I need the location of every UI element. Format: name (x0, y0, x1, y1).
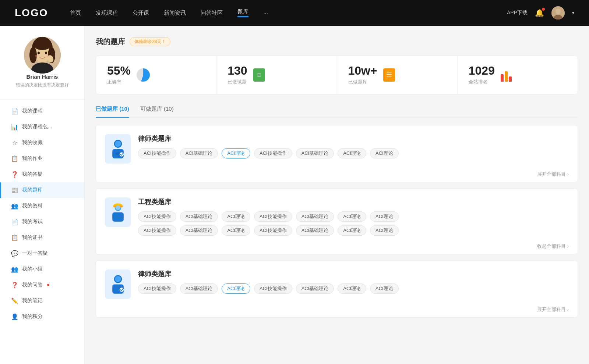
bank-tags-1-row2: ACI技能操作 ACI基础理论 ACI理论 ACI技能操作 ACI基础理论 AC… (138, 225, 569, 236)
navbar: LOGO 首页 发现课程 公开课 新闻资讯 问答社区 题库 ··· APP下载 … (0, 0, 589, 26)
svg-point-1 (556, 8, 561, 14)
tag-1r2-2[interactable]: ACI理论 (222, 225, 250, 236)
sidebar-item-favorites[interactable]: ☆ 我的收藏 (0, 135, 84, 151)
nav-more[interactable]: ··· (263, 10, 268, 16)
tag-1r2-3[interactable]: ACI技能操作 (254, 225, 292, 236)
notification-dot (542, 8, 545, 11)
bank-card-info-1: 工程类题库 ACI技能操作 ACI基础理论 ACI理论 ACI技能操作 ACI基… (138, 197, 569, 236)
tag-0-5[interactable]: ACI理论 (338, 148, 366, 158)
stat-done-questions: 130 已做试题 ≡ (216, 56, 337, 94)
sidebar-item-one-on-one[interactable]: 💬 一对一答疑 (0, 246, 84, 261)
nav-qa[interactable]: 问答社区 (201, 10, 223, 17)
svg-point-13 (35, 55, 39, 57)
tag-1r2-0[interactable]: ACI技能操作 (138, 225, 176, 236)
nav-news[interactable]: 新闻资讯 (164, 10, 186, 17)
tag-0-1[interactable]: ACI基础理论 (180, 148, 218, 158)
user-dropdown-arrow[interactable]: ▾ (572, 10, 574, 15)
tag-0-6[interactable]: ACI理论 (370, 148, 399, 158)
bar2 (505, 71, 508, 82)
my-course-icon: 📄 (11, 108, 18, 115)
tag-1r2-4[interactable]: ACI基础理论 (296, 225, 334, 236)
nav-home[interactable]: 首页 (70, 10, 81, 17)
sidebar-item-my-course[interactable]: 📄 我的课程 (0, 103, 84, 119)
bank-card-icon-1 (105, 197, 131, 227)
page-title: 我的题库 (96, 37, 125, 47)
expand-link-1[interactable]: 收起全部科目 › (537, 243, 569, 250)
navbar-right: APP下载 🔔 ▾ (507, 6, 574, 19)
tag-1-4[interactable]: ACI基础理论 (296, 211, 334, 222)
tag-0-0[interactable]: ACI技能操作 (138, 148, 176, 158)
svg-point-11 (38, 52, 40, 54)
my-data-icon: 👥 (11, 203, 18, 210)
nav-menu: 首页 发现课程 公开课 新闻资讯 问答社区 题库 ··· (70, 8, 507, 17)
tag-0-3[interactable]: ACI技能操作 (254, 148, 292, 158)
stat-correct-rate: 55% 正确率 (96, 56, 216, 94)
stat-done-banks: 10w+ 已做题库 ☰ (337, 56, 458, 94)
bank-card-2: 律师类题库 ACI技能操作 ACI基础理论 ACI理论 ACI技能操作 ACI基… (96, 260, 578, 318)
tag-2-1[interactable]: ACI基础理论 (180, 283, 218, 294)
app-download-button[interactable]: APP下载 (507, 10, 528, 16)
user-avatar[interactable] (551, 6, 565, 19)
tag-1-6[interactable]: ACI理论 (370, 211, 399, 222)
svg-point-25 (116, 205, 120, 210)
bank-card-title-2: 律师类题库 (138, 270, 569, 278)
tag-2-4[interactable]: ACI基础理论 (296, 283, 334, 294)
sidebar-item-homework[interactable]: 📋 我的作业 (0, 151, 84, 167)
stat-ranking: 1029 全站排名 (458, 56, 578, 94)
bar3 (509, 76, 512, 82)
tag-2-6[interactable]: ACI理论 (370, 283, 399, 294)
tag-0-4[interactable]: ACI基础理论 (296, 148, 334, 158)
tag-1-0[interactable]: ACI技能操作 (138, 211, 176, 222)
sidebar-item-my-data[interactable]: 👥 我的资料 (0, 198, 84, 214)
tag-2-2[interactable]: ACI理论 (222, 283, 250, 294)
tag-1-5[interactable]: ACI理论 (338, 211, 366, 222)
expand-link-2[interactable]: 展开全部科目 › (537, 306, 569, 313)
stat-icon-list: ☰ (383, 68, 395, 82)
sidebar-item-my-notes[interactable]: ✏️ 我的笔记 (0, 293, 84, 309)
questions-dot (47, 284, 49, 286)
sidebar-item-my-questions[interactable]: ❓ 我的问答 (0, 277, 84, 293)
tabs-row: 已做题库 (10) 可做题库 (10) (96, 106, 578, 118)
tag-1r2-5[interactable]: ACI理论 (338, 225, 366, 236)
tag-1-1[interactable]: ACI基础理论 (180, 211, 218, 222)
sidebar-profile: Brian Harris 错误的决定比没有决定要好 (0, 37, 84, 100)
stat-icon-pie (137, 68, 150, 82)
stat-label-correct: 正确率 (107, 79, 131, 85)
page-body: Brian Harris 错误的决定比没有决定要好 📄 我的课程 📊 我的课程包… (0, 26, 589, 364)
logo: LOGO (15, 7, 48, 19)
svg-point-12 (45, 52, 47, 54)
tag-2-5[interactable]: ACI理论 (338, 283, 366, 294)
tab-done-banks[interactable]: 已做题库 (10) (96, 106, 129, 117)
bar1 (501, 74, 504, 82)
sidebar-item-my-points[interactable]: 👤 我的积分 (0, 309, 84, 325)
tag-1-2[interactable]: ACI理论 (222, 211, 250, 222)
notification-bell[interactable]: 🔔 (535, 8, 544, 17)
tag-2-3[interactable]: ACI技能操作 (254, 283, 292, 294)
tab-available-banks[interactable]: 可做题库 (10) (140, 106, 174, 117)
stat-value-done-q: 130 (228, 65, 247, 76)
stat-label-rank: 全站排名 (469, 79, 495, 85)
my-exam-icon: 📄 (11, 218, 18, 225)
sidebar-item-my-cert[interactable]: 📋 我的证书 (0, 230, 84, 246)
tag-1r2-1[interactable]: ACI基础理论 (180, 225, 218, 236)
nav-bank[interactable]: 题库 (237, 8, 248, 17)
expand-link-0[interactable]: 展开全部科目 › (537, 171, 569, 178)
profile-avatar (24, 37, 61, 74)
sidebar-item-course-package[interactable]: 📊 我的课程包... (0, 119, 84, 135)
sidebar-item-my-bank[interactable]: 📰 我的题库 (0, 182, 84, 198)
tag-1-3[interactable]: ACI技能操作 (254, 211, 292, 222)
profile-name: Brian Harris (27, 74, 58, 80)
stat-label-done-q: 已做试题 (228, 79, 247, 85)
nav-open-course[interactable]: 公开课 (133, 10, 149, 17)
tag-0-2[interactable]: ACI理论 (222, 148, 250, 158)
sidebar-item-my-group[interactable]: 👥 我的小组 (0, 261, 84, 277)
tag-2-0[interactable]: ACI技能操作 (138, 283, 176, 294)
bank-card-1: 工程类题库 ACI技能操作 ACI基础理论 ACI理论 ACI技能操作 ACI基… (96, 188, 578, 254)
main-content: 我的题库 体验剩余23天！ 55% 正确率 130 已做试题 ≡ (85, 26, 589, 364)
sidebar: Brian Harris 错误的决定比没有决定要好 📄 我的课程 📊 我的课程包… (0, 26, 85, 364)
sidebar-item-my-exam[interactable]: 📄 我的考试 (0, 214, 84, 230)
nav-discover[interactable]: 发现课程 (96, 10, 118, 17)
sidebar-item-my-qa[interactable]: ❓ 我的答疑 (0, 167, 84, 182)
stats-row: 55% 正确率 130 已做试题 ≡ 10w+ 已做题库 ☰ (96, 56, 578, 94)
tag-1r2-6[interactable]: ACI理论 (370, 225, 399, 236)
